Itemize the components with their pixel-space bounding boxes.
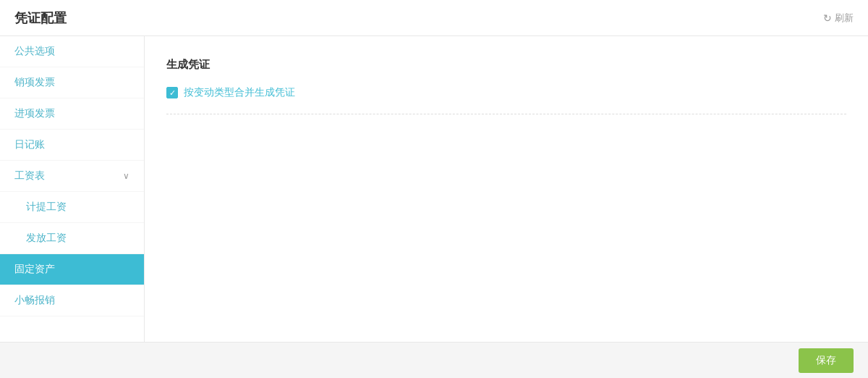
sidebar-item-expense-report[interactable]: 小畅报销 <box>0 285 144 316</box>
sidebar-item-label: 固定资产 <box>14 263 55 276</box>
merge-by-type-checkbox[interactable]: ✓ <box>166 87 178 98</box>
page-header: 凭证配置 ↻ 刷新 <box>0 0 868 36</box>
sidebar: 公共选项销项发票进项发票日记账工资表∨计提工资发放工资固定资产小畅报销 <box>0 36 145 342</box>
section-title: 生成凭证 <box>166 58 846 72</box>
sidebar-item-label: 公共选项 <box>14 45 55 58</box>
main-content: 生成凭证 ✓ 按变动类型合并生成凭证 <box>145 36 868 342</box>
sidebar-item-payroll-table[interactable]: 工资表∨ <box>0 161 144 192</box>
refresh-icon: ↻ <box>823 12 832 24</box>
sidebar-item-journal[interactable]: 日记账 <box>0 130 144 161</box>
sidebar-item-payroll-pay[interactable]: 发放工资 <box>0 223 144 254</box>
sidebar-item-label: 日记账 <box>14 138 45 151</box>
sidebar-item-label: 工资表 <box>14 169 45 182</box>
save-button[interactable]: 保存 <box>799 348 854 373</box>
page-footer: 保存 <box>0 342 868 378</box>
sidebar-item-label: 计提工资 <box>26 201 67 214</box>
sidebar-item-sales-invoice[interactable]: 销项发票 <box>0 67 144 98</box>
sidebar-item-fixed-assets[interactable]: 固定资产 <box>0 254 144 285</box>
option-label: 按变动类型合并生成凭证 <box>184 86 295 99</box>
refresh-button[interactable]: ↻ 刷新 <box>823 12 854 25</box>
sidebar-item-public-options[interactable]: 公共选项 <box>0 36 144 67</box>
refresh-label: 刷新 <box>835 12 854 25</box>
sidebar-item-label: 小畅报销 <box>14 294 55 307</box>
sidebar-item-payroll-calc[interactable]: 计提工资 <box>0 192 144 223</box>
sidebar-item-label: 发放工资 <box>26 232 67 245</box>
section-divider <box>166 114 846 114</box>
option-row: ✓ 按变动类型合并生成凭证 <box>166 86 846 99</box>
body-layout: 公共选项销项发票进项发票日记账工资表∨计提工资发放工资固定资产小畅报销 生成凭证… <box>0 36 868 342</box>
sidebar-item-label: 销项发票 <box>14 76 55 89</box>
sidebar-item-purchase-invoice[interactable]: 进项发票 <box>0 98 144 130</box>
sidebar-item-label: 进项发票 <box>14 107 55 120</box>
page-title: 凭证配置 <box>14 9 67 27</box>
check-mark-icon: ✓ <box>169 89 176 97</box>
chevron-down-icon: ∨ <box>123 171 129 181</box>
